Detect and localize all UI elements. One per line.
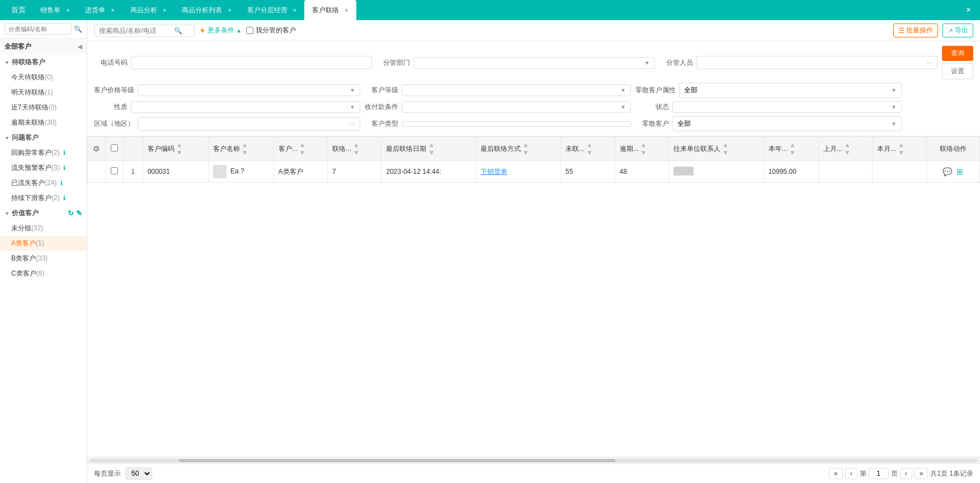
- prev-page-btn[interactable]: ‹: [845, 468, 858, 479]
- td-checkbox[interactable]: [106, 161, 124, 183]
- nav-tab-sales-close[interactable]: ×: [66, 7, 69, 13]
- filter-status-select[interactable]: ▼: [672, 101, 902, 113]
- filter-nature-select[interactable]: ▼: [131, 101, 360, 113]
- nav-tab-customer-contact-close[interactable]: ×: [345, 7, 348, 13]
- sidebar-value-group[interactable]: ▼ 价值客户 ↻ ✎: [0, 206, 87, 221]
- sidebar-item-today[interactable]: 今天待联络(0): [0, 70, 87, 85]
- nav-tab-customer-segment[interactable]: 客户分层经营 ×: [239, 0, 304, 20]
- scrollbar-thumb[interactable]: [179, 459, 615, 462]
- filter-more-btn[interactable]: ▼ 更多条件 ▲: [199, 26, 242, 35]
- search-input[interactable]: [99, 27, 172, 35]
- th-overdue[interactable]: 逾期... ▲▼: [615, 137, 668, 161]
- scrollbar-track[interactable]: [89, 459, 978, 462]
- action-more-icon[interactable]: ⊞: [957, 167, 963, 176]
- sidebar-item-repeat-abnormal[interactable]: 回购异常客户(2) ℹ: [0, 145, 87, 160]
- th-last-method[interactable]: 最后联络方式 ▲▼: [475, 137, 560, 161]
- sidebar-item-tomorrow[interactable]: 明天待联络(1): [0, 85, 87, 100]
- gear-icon[interactable]: ⚙: [93, 144, 100, 153]
- th-gear[interactable]: ⚙: [88, 137, 106, 161]
- page-input[interactable]: [869, 468, 889, 479]
- nav-home[interactable]: 首页: [4, 0, 32, 20]
- sidebar-item-classB[interactable]: B类客户(33): [0, 251, 87, 266]
- th-last-month[interactable]: 上月... ▲▼: [818, 137, 872, 161]
- close-all-tabs[interactable]: ×: [962, 5, 976, 15]
- sidebar-item-classA[interactable]: A类客户(1): [0, 236, 87, 251]
- horizontal-scrollbar[interactable]: [87, 457, 980, 463]
- filter-person-select[interactable]: ···: [696, 56, 937, 69]
- settings-btn[interactable]: 设置: [942, 63, 973, 79]
- sidebar-pending-group[interactable]: ▼ 待联络客户: [0, 55, 87, 70]
- th-this-month[interactable]: 本月... ▲▼: [873, 137, 926, 161]
- nav-tab-goods-analysis-list-close[interactable]: ×: [228, 7, 231, 13]
- filter-payment-label: 收付款条件: [365, 102, 398, 112]
- filter-action-btns: 查询 设置: [942, 46, 973, 79]
- td-last-method[interactable]: 下销货单: [475, 161, 560, 183]
- th-unit-contact[interactable]: 往来单位联系人 ▲▼: [668, 137, 764, 161]
- th-contact[interactable]: 联络... ▲▼: [328, 137, 381, 161]
- sort-contact-icon: ▲▼: [353, 141, 360, 157]
- th-this-year[interactable]: 本年... ▲▼: [764, 137, 818, 161]
- th-code[interactable]: 客户编码 ▲▼: [143, 137, 208, 161]
- filter-dept-select[interactable]: ▼: [413, 57, 654, 69]
- th-last-date[interactable]: 最后联络日期 ▲▼: [381, 137, 475, 161]
- sidebar-collapse-icon: ◀: [78, 44, 82, 50]
- export-btn[interactable]: ↗ 导出: [943, 23, 973, 37]
- filter-phone-input[interactable]: [131, 56, 372, 69]
- first-page-btn[interactable]: «: [829, 468, 843, 479]
- td-last-date: 2023-04-12 14:44:: [381, 161, 475, 183]
- filter-customer-type-select[interactable]: [402, 121, 631, 127]
- my-customer-checkbox[interactable]: [246, 27, 253, 34]
- nav-tab-goods-analysis[interactable]: 商品分析 ×: [123, 0, 174, 20]
- batch-operation-btn[interactable]: ☰ 批量操作: [893, 23, 938, 37]
- last-page-btn[interactable]: »: [915, 468, 929, 479]
- sidebar-item-7days[interactable]: 近7天待联络(0): [0, 100, 87, 115]
- th-action: 联络动作: [926, 137, 979, 161]
- sidebar-search-icon[interactable]: 🔍: [74, 25, 82, 33]
- filter-customer-grade-select[interactable]: ▼: [402, 84, 631, 96]
- sidebar-item-overdue[interactable]: 逾期未联络(30): [0, 115, 87, 130]
- next-page-btn[interactable]: ›: [900, 468, 912, 479]
- per-page-select[interactable]: 50: [125, 467, 152, 480]
- filter-region-select[interactable]: ···: [138, 117, 360, 131]
- nav-tab-customer-segment-close[interactable]: ×: [293, 7, 296, 13]
- nav-tab-customer-contact[interactable]: 客户联络 ×: [304, 0, 356, 20]
- nav-tab-purchase-close[interactable]: ×: [111, 7, 114, 13]
- dept-arrow-icon: ▼: [644, 60, 650, 66]
- sidebar-item-lost[interactable]: 已流失客户(24) ℹ: [0, 176, 87, 191]
- filter-chevron-icon: ▲: [236, 27, 242, 34]
- query-btn[interactable]: 查询: [942, 46, 973, 61]
- retail-customer-value: 全部: [677, 119, 691, 129]
- sidebar-item-classC[interactable]: C类客户(6): [0, 266, 87, 281]
- nav-tab-sales[interactable]: 销售单 ×: [32, 0, 77, 20]
- action-chat-icon[interactable]: 💬: [943, 167, 952, 176]
- th-index: [124, 137, 143, 161]
- sidebar-problem-group[interactable]: ▼ 问题客户: [0, 130, 87, 145]
- sidebar-search-input[interactable]: [4, 23, 72, 35]
- filter-price-grade-select[interactable]: ▼: [138, 84, 360, 96]
- batch-label: 批量操作: [906, 26, 933, 35]
- sidebar-all-customers-header[interactable]: 全部客户 ◀: [0, 39, 87, 55]
- th-name[interactable]: 客户名称 ▲▼: [208, 137, 274, 161]
- row-checkbox[interactable]: [111, 167, 118, 174]
- filter-retail-attr-select[interactable]: 全部 ▼: [679, 83, 902, 98]
- filter-status-label: 状态: [635, 102, 669, 112]
- sidebar-item-lost-pre[interactable]: 流失预警客户(3) ℹ: [0, 160, 87, 176]
- select-all-checkbox[interactable]: [111, 144, 118, 151]
- filter-payment-select[interactable]: ▼: [402, 101, 631, 113]
- nav-tab-goods-analysis-close[interactable]: ×: [163, 7, 166, 13]
- td-last-month: [818, 161, 872, 183]
- value-edit-icon[interactable]: ✎: [76, 209, 82, 217]
- sidebar-item-continuous-down[interactable]: 持续下滑客户(2) ℹ: [0, 191, 87, 206]
- last-method-link[interactable]: 下销货单: [480, 168, 507, 176]
- sidebar-item-unclassified[interactable]: 未分组(32): [0, 221, 87, 236]
- th-checkbox[interactable]: [106, 137, 124, 161]
- filter-row-3: 性质 ▼ 收付款条件 ▼ 状态: [94, 101, 973, 113]
- filter-retail-customer-select[interactable]: 全部 ▼: [672, 116, 902, 131]
- value-refresh-icon[interactable]: ↻: [68, 209, 74, 217]
- filter-retail-customer-label: 零散客户: [635, 119, 669, 129]
- nav-tab-purchase[interactable]: 进货单 ×: [77, 0, 122, 20]
- nav-tab-goods-analysis-list[interactable]: 商品分析列表 ×: [174, 0, 239, 20]
- toolbar-search-icon[interactable]: 🔍: [174, 27, 182, 35]
- th-no-contact[interactable]: 未联... ▲▼: [561, 137, 615, 161]
- th-type[interactable]: 客户... ▲▼: [274, 137, 327, 161]
